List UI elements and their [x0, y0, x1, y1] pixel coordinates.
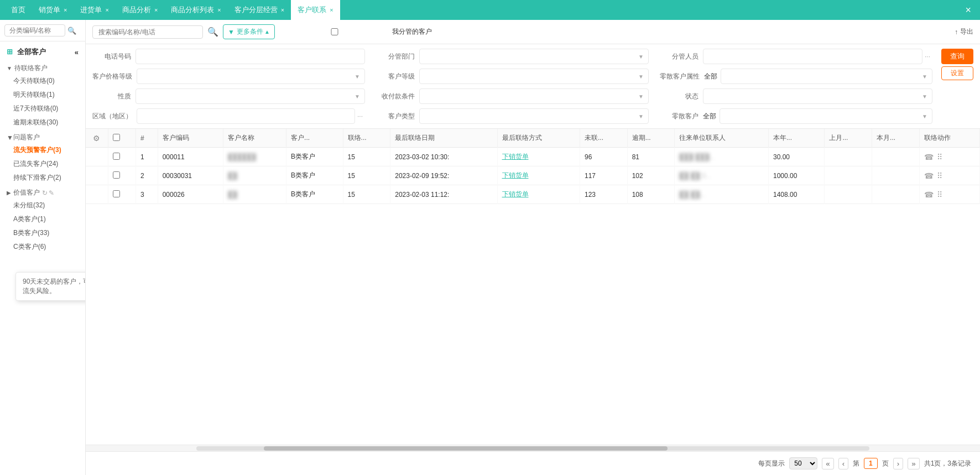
total-info: 共1页，3条记录: [924, 459, 971, 468]
row-method-cell[interactable]: 下销货单: [497, 148, 580, 166]
sidebar-item-tomorrow[interactable]: 明天待联络(1): [0, 88, 85, 102]
scrollbar-thumb[interactable]: [264, 446, 668, 451]
row-overdue-cell: 108: [627, 185, 675, 204]
close-icon[interactable]: ×: [281, 7, 284, 13]
filter-level-label: 客户等级: [376, 72, 415, 81]
col-settings[interactable]: ⚙: [86, 129, 108, 148]
tab-product-analysis[interactable]: 商品分析 ×: [116, 0, 164, 20]
chevron-down-icon: ▼: [922, 113, 927, 119]
filter-row-1: 电话号码 分管部门 ▼ 分管人员: [92, 49, 932, 64]
next-page-button[interactable]: ›: [893, 458, 903, 469]
contact-icon[interactable]: ☎: [924, 190, 934, 199]
tab-customer-layering[interactable]: 客户分层经营 ×: [228, 0, 291, 20]
filter-retail-select[interactable]: ▼: [720, 108, 932, 124]
filter-dept-select[interactable]: ▼: [419, 49, 649, 64]
filter-nature-select[interactable]: ▼: [135, 88, 365, 104]
more-action-icon[interactable]: ⠿: [937, 171, 942, 180]
filter-retail-attr-select[interactable]: ▼: [721, 69, 932, 84]
row-checkbox-cell[interactable]: [108, 148, 135, 166]
collapse-icon[interactable]: «: [75, 48, 79, 56]
filter-payment-select[interactable]: ▼: [419, 88, 649, 104]
contact-method-link[interactable]: 下销货单: [502, 153, 529, 160]
row-type-cell: B类客户: [286, 166, 343, 185]
more-conditions-button[interactable]: ▼ 更多条件 ▲: [223, 24, 275, 39]
sidebar-group-pending[interactable]: ▼ 待联络客户: [0, 60, 85, 74]
filter-retail: 零散客户 全部 ▼: [660, 108, 932, 124]
sidebar-search-input[interactable]: [4, 24, 65, 36]
col-type: 客户...: [286, 129, 343, 148]
filter-payment-label: 收付款条件: [376, 92, 415, 101]
more-action-icon[interactable]: ⠿: [937, 153, 942, 161]
filter-price-select[interactable]: ▼: [137, 69, 365, 84]
tab-product-list[interactable]: 商品分析列表 ×: [164, 0, 227, 20]
tab-sales[interactable]: 销货单 ×: [32, 0, 74, 20]
home-tab[interactable]: 首页: [4, 0, 32, 20]
row-checkbox-cell[interactable]: [108, 166, 135, 185]
sidebar-item-churned[interactable]: 已流失客户(24): [0, 157, 85, 171]
export-button[interactable]: ↑ 导出: [955, 27, 973, 36]
settings-button[interactable]: 设置: [941, 66, 973, 80]
filter-nature: 性质 ▼: [92, 88, 365, 104]
more-icon[interactable]: ···: [922, 53, 932, 60]
sidebar-item-today[interactable]: 今天待联络(0): [0, 74, 85, 88]
row-checkbox-cell[interactable]: [108, 185, 135, 204]
row-code-cell: 000026: [158, 185, 223, 204]
horizontal-scrollbar[interactable]: [86, 445, 980, 451]
tab-customer-contact[interactable]: 客户联系 ×: [291, 0, 340, 20]
sidebar-item-declining[interactable]: 持续下滑客户(2): [0, 171, 85, 185]
more-dots-icon[interactable]: ···: [355, 112, 365, 120]
sidebar-item-a-class[interactable]: A类客户(1): [0, 212, 85, 226]
sidebar-item-overdue[interactable]: 逾期未联络(30): [0, 116, 85, 129]
window-close-button[interactable]: ×: [961, 4, 976, 16]
row-method-cell[interactable]: 下销货单: [497, 166, 580, 185]
row-checkbox[interactable]: [113, 190, 120, 197]
settings-icon[interactable]: ⚙: [93, 134, 100, 143]
filter-phone-input[interactable]: [135, 49, 365, 64]
more-action-icon[interactable]: ⠿: [937, 190, 942, 199]
row-actions-cell: ☎ ⠿: [919, 148, 979, 166]
my-customers-checkbox-label[interactable]: 我分管的客户: [279, 27, 432, 36]
close-icon[interactable]: ×: [64, 7, 67, 13]
export-icon: ↑: [955, 28, 958, 36]
row-method-cell[interactable]: 下销货单: [497, 185, 580, 204]
row-checkbox[interactable]: [113, 153, 120, 160]
refresh-icon[interactable]: ↻: [42, 189, 48, 197]
sidebar-search-icon[interactable]: 🔍: [67, 27, 76, 35]
row-checkbox[interactable]: [113, 171, 120, 179]
filter-status-select[interactable]: ▼: [703, 88, 932, 104]
filter-person-select[interactable]: [703, 49, 922, 64]
filter-type-label: 客户类型: [376, 112, 415, 121]
prev-page-button[interactable]: ‹: [838, 458, 848, 469]
contact-method-link[interactable]: 下销货单: [502, 171, 529, 179]
close-icon[interactable]: ×: [330, 7, 333, 13]
query-button[interactable]: 查询: [941, 49, 973, 64]
filter-type-select[interactable]: ▼: [419, 108, 649, 124]
sidebar-item-churn-warning[interactable]: 流失预警客户(3): [0, 143, 85, 157]
sidebar-group-value[interactable]: ▶ 价值客户 ↻ ✎: [0, 185, 85, 199]
my-customers-checkbox[interactable]: [279, 28, 390, 35]
edit-icon[interactable]: ✎: [49, 189, 54, 197]
search-button[interactable]: 🔍: [207, 27, 218, 37]
filter-retail-label: 零散客户: [660, 112, 698, 121]
filter-level-select[interactable]: ▼: [419, 69, 649, 84]
sidebar-item-ungrouped[interactable]: 未分组(32): [0, 199, 85, 212]
contact-icon[interactable]: ☎: [924, 171, 934, 180]
filter-region-input[interactable]: [137, 108, 355, 124]
close-icon[interactable]: ×: [154, 7, 158, 13]
sidebar-item-7days[interactable]: 近7天待联络(0): [0, 102, 85, 116]
contact-method-link[interactable]: 下销货单: [502, 190, 529, 198]
search-input[interactable]: [92, 25, 203, 39]
sidebar-item-c-class[interactable]: C类客户(6): [0, 240, 85, 254]
contact-icon[interactable]: ☎: [924, 153, 934, 161]
close-icon[interactable]: ×: [105, 7, 108, 13]
per-page-select[interactable]: 50 10 20 100: [789, 457, 817, 469]
filter-row-4: 区域（地区） ··· 客户类型 ▼: [92, 108, 932, 124]
last-page-button[interactable]: »: [908, 458, 919, 469]
sidebar-all-customers[interactable]: ⊞ 全部客户 «: [0, 44, 85, 60]
tab-purchase[interactable]: 进货单 ×: [74, 0, 115, 20]
sidebar-group-problem[interactable]: ▼ 问题客户: [0, 129, 85, 143]
select-all-checkbox[interactable]: [113, 134, 120, 141]
close-icon[interactable]: ×: [217, 7, 221, 13]
sidebar-item-b-class[interactable]: B类客户(33): [0, 226, 85, 240]
first-page-button[interactable]: «: [822, 458, 833, 469]
